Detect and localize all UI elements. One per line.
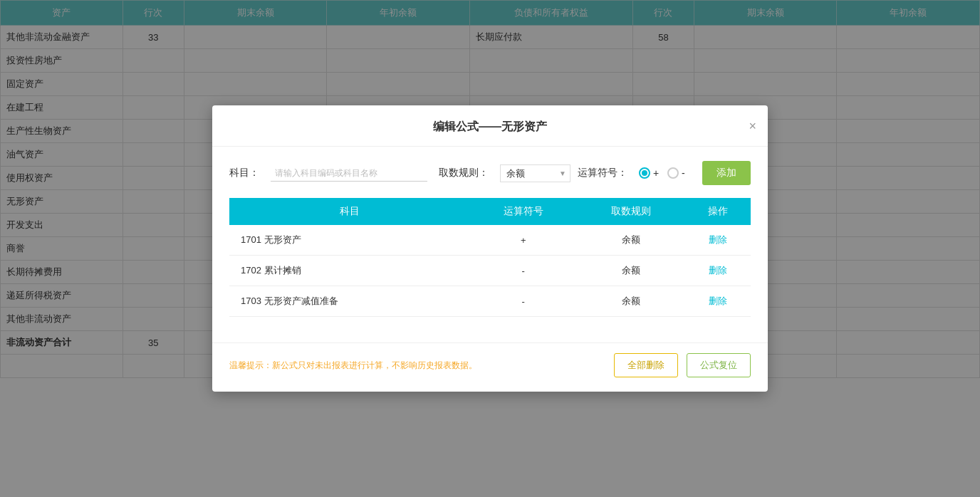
row3-subject: 1703 无形资产减值准备 bbox=[229, 286, 469, 317]
modal-body: 科目： 取数规则： 余额 借方发生额 贷方发生额 ▼ 运算符号： + bbox=[212, 147, 768, 342]
rule-select[interactable]: 余额 借方发生额 贷方发生额 bbox=[500, 164, 570, 182]
form-row: 科目： 取数规则： 余额 借方发生额 贷方发生额 ▼ 运算符号： + bbox=[229, 161, 751, 185]
table-row: 1703 无形资产减值准备 - 余额 删除 bbox=[229, 286, 751, 317]
rule-label: 取数规则： bbox=[439, 167, 489, 179]
subject-label: 科目： bbox=[229, 167, 259, 179]
row3-rule: 余额 bbox=[577, 286, 684, 317]
row1-action: 删除 bbox=[685, 225, 751, 256]
modal-dialog: 编辑公式——无形资产 × 科目： 取数规则： 余额 借方发生额 贷方发生额 ▼ … bbox=[212, 105, 768, 392]
modal-footer: 温馨提示：新公式只对未出报表进行计算，不影响历史报表数据。 全部删除 公式复位 bbox=[212, 342, 768, 392]
footer-buttons: 全部删除 公式复位 bbox=[614, 353, 751, 377]
operator-minus-label: - bbox=[682, 167, 685, 179]
th-operator: 运算符号 bbox=[469, 198, 577, 225]
radio-plus-icon bbox=[639, 167, 650, 179]
table-row: 1702 累计摊销 - 余额 删除 bbox=[229, 256, 751, 286]
add-button[interactable]: 添加 bbox=[702, 161, 751, 185]
formula-table: 科目 运算符号 取数规则 操作 1701 无形资产 + 余额 删除 bbox=[229, 198, 751, 317]
row1-subject: 1701 无形资产 bbox=[229, 225, 469, 256]
operator-plus-label: + bbox=[653, 167, 659, 179]
modal-title: 编辑公式——无形资产 bbox=[433, 120, 547, 132]
modal-close-button[interactable]: × bbox=[749, 120, 756, 132]
th-subject: 科目 bbox=[229, 198, 469, 225]
delete-all-button[interactable]: 全部删除 bbox=[614, 353, 678, 377]
rule-select-wrap: 余额 借方发生额 贷方发生额 ▼ bbox=[500, 164, 566, 182]
subject-input[interactable] bbox=[271, 164, 427, 182]
table-row: 1701 无形资产 + 余额 删除 bbox=[229, 225, 751, 256]
row2-subject: 1702 累计摊销 bbox=[229, 256, 469, 286]
row2-rule: 余额 bbox=[577, 256, 684, 286]
row3-action: 删除 bbox=[685, 286, 751, 317]
operator-label: 运算符号： bbox=[578, 167, 627, 179]
operator-radio-group: + - bbox=[639, 167, 685, 179]
row1-operator: + bbox=[469, 225, 577, 256]
modal-header: 编辑公式——无形资产 × bbox=[212, 105, 768, 147]
footer-tip: 温馨提示：新公式只对未出报表进行计算，不影响历史报表数据。 bbox=[229, 360, 477, 372]
operator-plus-option[interactable]: + bbox=[639, 167, 659, 179]
radio-minus-icon bbox=[667, 167, 679, 179]
th-action: 操作 bbox=[685, 198, 751, 225]
modal-overlay: 编辑公式——无形资产 × 科目： 取数规则： 余额 借方发生额 贷方发生额 ▼ … bbox=[0, 0, 980, 497]
th-rule: 取数规则 bbox=[577, 198, 684, 225]
operator-minus-option[interactable]: - bbox=[667, 167, 685, 179]
row2-operator: - bbox=[469, 256, 577, 286]
row2-action: 删除 bbox=[685, 256, 751, 286]
row1-rule: 余额 bbox=[577, 225, 684, 256]
row3-operator: - bbox=[469, 286, 577, 317]
table-header-row: 科目 运算符号 取数规则 操作 bbox=[229, 198, 751, 225]
reset-formula-button[interactable]: 公式复位 bbox=[687, 353, 751, 377]
row1-delete-link[interactable]: 删除 bbox=[709, 234, 727, 245]
row3-delete-link[interactable]: 删除 bbox=[709, 295, 727, 306]
row2-delete-link[interactable]: 删除 bbox=[709, 265, 727, 276]
